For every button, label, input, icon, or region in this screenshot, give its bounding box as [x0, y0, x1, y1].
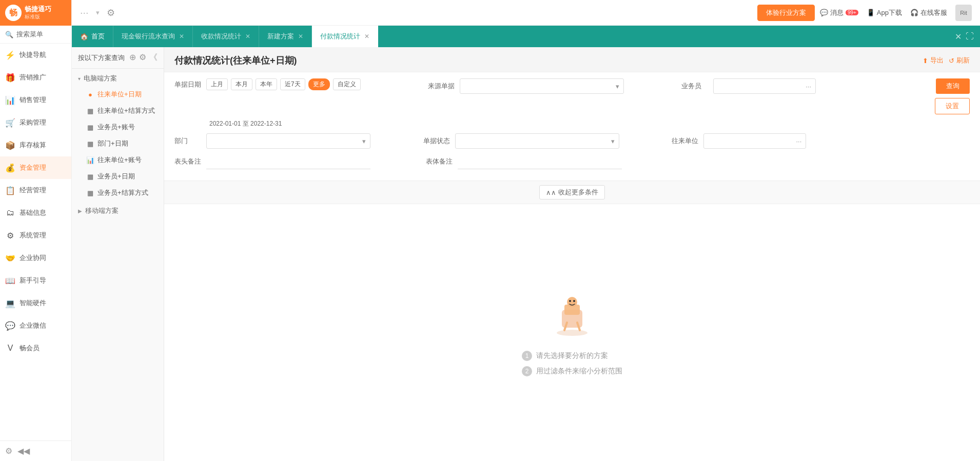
- sidebar-item-hardware[interactable]: 💻 智能硬件: [0, 292, 71, 314]
- sidebar-item-label: 经营管理: [19, 186, 46, 195]
- sidebar-item-system[interactable]: ⚙ 系统管理: [0, 224, 71, 247]
- sidebar-item-label: 企业协同: [19, 253, 46, 263]
- tab-new-scheme[interactable]: 新建方案 ✕: [259, 26, 312, 47]
- try-industry-button[interactable]: 体验行业方案: [757, 5, 815, 21]
- refresh-label: 刷新: [956, 56, 970, 65]
- body-note-input[interactable]: [458, 154, 622, 169]
- settings-button[interactable]: 设置: [935, 98, 970, 114]
- close-window-icon[interactable]: ✕: [955, 32, 962, 42]
- scheme-item-label: 部门+日期: [97, 139, 128, 148]
- logo-icon: 畅: [5, 5, 22, 21]
- sidebar-item-inventory[interactable]: 📦 库存核算: [0, 134, 71, 156]
- empty-state: 1 请先选择要分析的方案 2 用过滤条件来缩小分析范围: [164, 204, 980, 461]
- sidebar-item-label: 采购管理: [19, 118, 46, 127]
- marketing-icon: 🎁: [5, 72, 15, 83]
- settings-bottom-icon[interactable]: ⚙: [5, 446, 12, 456]
- app-download-label: App下载: [877, 8, 902, 17]
- scheme-table-icon: ▦: [86, 107, 94, 115]
- scheme-item-unit-account[interactable]: 📊 往来单位+账号: [72, 152, 164, 168]
- sidebar-item-purchase[interactable]: 🛒 采购管理: [0, 111, 71, 134]
- date-range-display: 2022-01-01 至 2022-12-31: [209, 119, 282, 128]
- scheme-panel: 按以下方案查询 ⊕ ⚙ 《 ▾ 电脑端方案 ● 往来单位+日期 ▦: [72, 47, 164, 461]
- dept-select[interactable]: ▾: [206, 133, 370, 149]
- purchase-icon: 🛒: [5, 117, 15, 128]
- query-button[interactable]: 查询: [936, 78, 970, 94]
- arrow-down-icon: ▾: [78, 76, 81, 82]
- operation-icon: 📋: [5, 185, 15, 195]
- gear-icon[interactable]: ⚙: [107, 7, 115, 18]
- app-download-action[interactable]: 📱 App下载: [867, 8, 902, 17]
- desktop-group-header[interactable]: ▾ 电脑端方案: [72, 71, 164, 86]
- user-avatar[interactable]: Rit: [955, 5, 972, 21]
- maximize-window-icon[interactable]: ⛶: [966, 32, 974, 41]
- sidebar-item-finance[interactable]: 💰 资金管理: [0, 156, 71, 179]
- tab-cashflow-close[interactable]: ✕: [179, 33, 184, 40]
- online-service-action[interactable]: 🎧 在线客服: [910, 8, 947, 17]
- status-select[interactable]: ▾: [455, 133, 619, 149]
- scheme-item-unit-date[interactable]: ● 往来单位+日期: [72, 86, 164, 103]
- source-select[interactable]: ▾: [460, 78, 624, 94]
- export-label: 导出: [930, 56, 944, 65]
- sidebar-item-sales[interactable]: 📊 销售管理: [0, 89, 71, 111]
- tab-receivable[interactable]: 收款情况统计 ✕: [193, 26, 259, 47]
- logo-name: 畅捷通巧: [25, 5, 51, 13]
- svg-point-3: [567, 297, 577, 307]
- sidebar-item-operation[interactable]: 📋 经营管理: [0, 179, 71, 202]
- sidebar: 畅 畅捷通巧 标准版 🔍 搜索菜单 ⚡ 快捷导航 🎁 营销推广 📊 销售管理 🛒…: [0, 0, 72, 461]
- tab-home[interactable]: 🏠 首页: [72, 26, 113, 47]
- tab-cashflow[interactable]: 现金银行流水查询 ✕: [113, 26, 193, 47]
- scheme-item-dept-date[interactable]: ▦ 部门+日期: [72, 135, 164, 152]
- settings-scheme-icon[interactable]: ⚙: [139, 52, 146, 63]
- last-7days-btn[interactable]: 近7天: [280, 78, 305, 90]
- collapse-filter-button[interactable]: ∧∧ 收起更多条件: [539, 185, 605, 199]
- mobile-scheme-group[interactable]: ▶ 移动端方案: [72, 203, 164, 218]
- svg-point-6: [569, 300, 571, 302]
- staff-select[interactable]: ···: [713, 78, 816, 94]
- system-icon: ⚙: [5, 230, 15, 240]
- sidebar-item-shortcut[interactable]: ⚡ 快捷导航: [0, 44, 71, 66]
- header-note-input[interactable]: [206, 154, 370, 169]
- tab-payment[interactable]: 付款情况统计 ✕: [312, 26, 378, 47]
- messages-action[interactable]: 💬 消息 99+: [820, 8, 858, 17]
- more-btn[interactable]: 更多: [308, 78, 330, 90]
- collapse-scheme-icon[interactable]: 《: [149, 52, 158, 63]
- scheme-item-label: 往来单位+日期: [97, 90, 142, 99]
- date-label: 单据日期: [174, 80, 203, 89]
- last-month-btn[interactable]: 上月: [206, 78, 228, 90]
- sidebar-item-enterprise[interactable]: 🤝 企业协同: [0, 247, 71, 269]
- sidebar-search[interactable]: 🔍 搜索菜单: [0, 26, 71, 44]
- this-month-btn[interactable]: 本月: [231, 78, 252, 90]
- scheme-item-staff-settle[interactable]: ▦ 业务员+结算方式: [72, 185, 164, 201]
- tab-payment-close[interactable]: ✕: [364, 33, 369, 40]
- unit-select[interactable]: ···: [703, 133, 806, 149]
- scheme-item-unit-settle[interactable]: ▦ 往来单位+结算方式: [72, 103, 164, 119]
- refresh-button[interactable]: ↺ 刷新: [949, 56, 970, 65]
- enterprise-icon: 🤝: [5, 253, 15, 263]
- scheme-item-staff-account[interactable]: ▦ 业务员+账号: [72, 119, 164, 135]
- sidebar-item-wechat[interactable]: 💬 企业微信: [0, 314, 71, 337]
- tip-num-1: 1: [522, 351, 532, 361]
- messages-label: 消息: [830, 8, 844, 17]
- sidebar-item-basic[interactable]: 🗂 基础信息: [0, 202, 71, 224]
- mobile-group-label: 移动端方案: [85, 206, 119, 215]
- this-year-btn[interactable]: 本年: [256, 78, 277, 90]
- sidebar-logo: 畅 畅捷通巧 标准版: [0, 0, 71, 26]
- scheme-item-staff-date[interactable]: ▦ 业务员+日期: [72, 168, 164, 185]
- staff-arrow-icon: ···: [806, 83, 811, 90]
- arrow-right-icon: ▶: [78, 208, 82, 214]
- custom-btn[interactable]: 自定义: [333, 78, 361, 90]
- tab-receivable-close[interactable]: ✕: [245, 33, 250, 40]
- sidebar-item-marketing[interactable]: 🎁 营销推广: [0, 66, 71, 89]
- export-button[interactable]: ⬆ 导出: [923, 56, 944, 65]
- collapse-filter-label: 收起更多条件: [558, 188, 598, 197]
- collapse-sidebar-icon[interactable]: ◀◀: [17, 446, 30, 456]
- collapse-btn-area: ∧∧ 收起更多条件: [164, 181, 980, 204]
- desktop-group-label: 电脑端方案: [84, 74, 117, 83]
- empty-tip-2: 2 用过滤条件来缩小分析范围: [522, 366, 622, 376]
- sidebar-item-member[interactable]: V 畅会员: [0, 337, 71, 359]
- tab-new-scheme-close[interactable]: ✕: [298, 33, 303, 40]
- sidebar-item-guide[interactable]: 📖 新手引导: [0, 269, 71, 292]
- scheme-item-label: 业务员+账号: [97, 123, 135, 132]
- page-title: 付款情况统计(往来单位+日期): [174, 54, 923, 67]
- add-scheme-icon[interactable]: ⊕: [129, 52, 136, 63]
